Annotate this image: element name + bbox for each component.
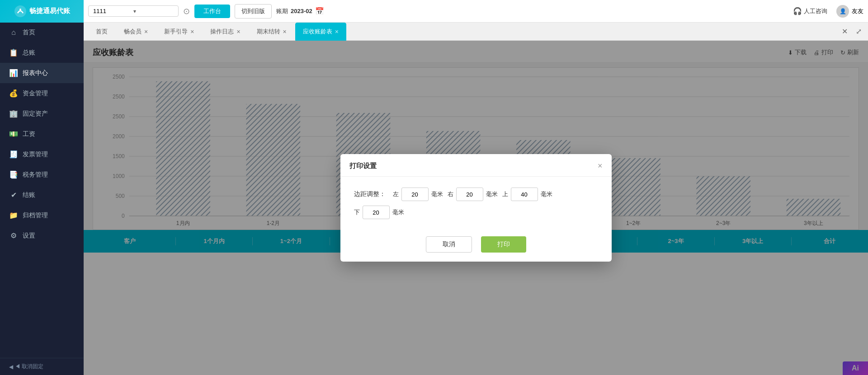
sidebar-collapse-button[interactable]: ◀ ◀ 取消固定 [0, 358, 84, 375]
tab-guide-label: 新手引导 [164, 28, 188, 36]
workbench-button[interactable]: 工作台 [194, 5, 230, 18]
tab-bar: 首页 畅会员 × 新手引导 × 操作日志 × 期末结转 × 应收账龄表 × [84, 23, 868, 41]
sidebar-item-funds[interactable]: 💰 资金管理 [0, 83, 84, 103]
company-selector[interactable]: 1111 ▾ [88, 5, 179, 17]
tab-member[interactable]: 畅会员 × [116, 23, 156, 41]
sidebar-item-salary[interactable]: 💵 工资 [0, 124, 84, 144]
sidebar-label-salary: 工资 [23, 130, 35, 138]
content-area: 首页 畅会员 × 新手引导 × 操作日志 × 期末结转 × 应收账龄表 × [84, 23, 868, 375]
tab-oplog-label: 操作日志 [210, 28, 234, 36]
archive-icon: 📁 [9, 211, 18, 220]
bottom-margin-input[interactable] [363, 206, 390, 219]
sidebar-item-checkout[interactable]: ✔ 结账 [0, 185, 84, 205]
assets-icon: 🏢 [9, 109, 18, 118]
tab-aging[interactable]: 应收账龄表 × [295, 23, 346, 41]
left-margin-group: 左 毫米 [393, 188, 443, 201]
left-unit: 毫米 [431, 190, 443, 198]
logo-icon [14, 5, 27, 18]
checkout-icon: ✔ [9, 191, 18, 199]
collapse-icon: ◀ [9, 364, 13, 370]
period-value: 2023-02 [291, 8, 312, 14]
top-margin-input[interactable] [511, 188, 538, 201]
sidebar-item-home[interactable]: ⌂ 首页 [0, 23, 84, 42]
chevron-down-icon: ▾ [133, 8, 136, 14]
cancel-button[interactable]: 取消 [426, 236, 472, 253]
tab-yearend-label: 期末结转 [257, 28, 280, 36]
sidebar-label-invoice: 发票管理 [23, 150, 48, 159]
avatar-icon: 👤 [840, 8, 846, 14]
company-copy-button[interactable]: ⊙ [183, 6, 190, 16]
company-name: 1111 [93, 8, 106, 14]
right-margin-input[interactable] [456, 188, 483, 201]
tab-aging-label: 应收账龄表 [303, 28, 332, 36]
ledger-icon: 📋 [9, 48, 18, 57]
sidebar-item-assets[interactable]: 🏢 固定资产 [0, 103, 84, 124]
sidebar-label-checkout: 结账 [23, 191, 35, 199]
user-label: 友友 [852, 7, 863, 15]
top-label: 上 [502, 190, 508, 198]
collapse-label: ◀ 取消固定 [15, 363, 43, 370]
top-unit: 毫米 [541, 190, 552, 198]
tab-guide[interactable]: 新手引导 × [156, 23, 202, 41]
bottom-unit: 毫米 [392, 208, 404, 216]
settings-icon: ⚙ [9, 231, 18, 240]
sidebar-label-settings: 设置 [23, 232, 35, 240]
tab-guide-close[interactable]: × [190, 28, 194, 35]
period-area: 账期 2023-02 📅 [276, 7, 324, 15]
tab-yearend-close[interactable]: × [283, 28, 287, 35]
period-label: 账期 [276, 7, 288, 15]
sidebar-item-invoice[interactable]: 🧾 发票管理 [0, 144, 84, 164]
logo-text: 畅捷通易代账 [29, 7, 70, 15]
sidebar-label-ledger: 总账 [23, 49, 35, 57]
expand-button[interactable]: ⤢ [854, 25, 863, 38]
old-version-button[interactable]: 切到旧版 [235, 4, 272, 19]
tab-yearend[interactable]: 期末结转 × [249, 23, 294, 41]
funds-icon: 💰 [9, 89, 18, 98]
consultation-button[interactable]: 🎧 人工咨询 [793, 7, 827, 15]
right-margin-group: 右 毫米 [448, 188, 498, 201]
main-layout: ⌂ 首页 📋 总账 📊 报表中心 💰 资金管理 🏢 固定资产 💵 工资 🧾 发票… [0, 23, 868, 375]
tab-aging-close[interactable]: × [335, 28, 339, 35]
sidebar-label-reports: 报表中心 [23, 69, 48, 77]
reports-icon: 📊 [9, 69, 18, 77]
close-all-button[interactable]: ✕ [840, 25, 849, 38]
sidebar: ⌂ 首页 📋 总账 📊 报表中心 💰 资金管理 🏢 固定资产 💵 工资 🧾 发票… [0, 23, 84, 375]
dialog-close-button[interactable]: × [598, 161, 603, 171]
sidebar-item-reports[interactable]: 📊 报表中心 [0, 63, 84, 83]
dialog-title: 打印设置 [349, 162, 377, 170]
sidebar-item-tax[interactable]: 📑 税务管理 [0, 164, 84, 185]
tax-icon: 📑 [9, 170, 18, 179]
tab-member-close[interactable]: × [144, 28, 148, 35]
left-margin-input[interactable] [401, 188, 429, 201]
sidebar-label-funds: 资金管理 [23, 89, 48, 98]
header-right: 🎧 人工咨询 👤 友友 [793, 5, 863, 18]
dialog-header: 打印设置 × [340, 154, 612, 177]
top-margin-group: 上 毫米 [502, 188, 552, 201]
tab-actions: ✕ ⤢ [840, 25, 863, 38]
dialog-body: 边距调整： 左 毫米 右 毫米 [340, 177, 612, 230]
tab-home[interactable]: 首页 [88, 23, 115, 41]
invoice-icon: 🧾 [9, 150, 18, 159]
right-unit: 毫米 [486, 190, 498, 198]
salary-icon: 💵 [9, 130, 18, 138]
tab-oplog-close[interactable]: × [236, 28, 240, 35]
sidebar-item-ledger[interactable]: 📋 总账 [0, 42, 84, 63]
headset-icon: 🎧 [793, 7, 802, 15]
logo-area: 畅捷通易代账 [0, 0, 84, 23]
home-icon: ⌂ [9, 28, 18, 37]
consultation-label: 人工咨询 [804, 7, 827, 15]
margin-row: 边距调整： 左 毫米 右 毫米 [354, 188, 598, 219]
print-confirm-button[interactable]: 打印 [481, 236, 526, 253]
user-area[interactable]: 👤 友友 [836, 5, 863, 18]
calendar-icon[interactable]: 📅 [315, 7, 324, 15]
sidebar-item-settings[interactable]: ⚙ 设置 [0, 225, 84, 246]
left-label: 左 [393, 190, 399, 198]
page-content: 应收账龄表 ⬇ 下载 🖨 打印 ↻ 刷新 [84, 41, 868, 375]
sidebar-item-archive[interactable]: 📁 归档管理 [0, 205, 84, 225]
print-dialog: 打印设置 × 边距调整： 左 毫米 右 [340, 154, 612, 262]
top-header: 畅捷通易代账 1111 ▾ ⊙ 工作台 切到旧版 账期 2023-02 📅 🎧 … [0, 0, 868, 23]
avatar: 👤 [836, 5, 849, 18]
right-label: 右 [448, 190, 453, 198]
tab-oplog[interactable]: 操作日志 × [203, 23, 248, 41]
tab-home-label: 首页 [96, 28, 108, 36]
